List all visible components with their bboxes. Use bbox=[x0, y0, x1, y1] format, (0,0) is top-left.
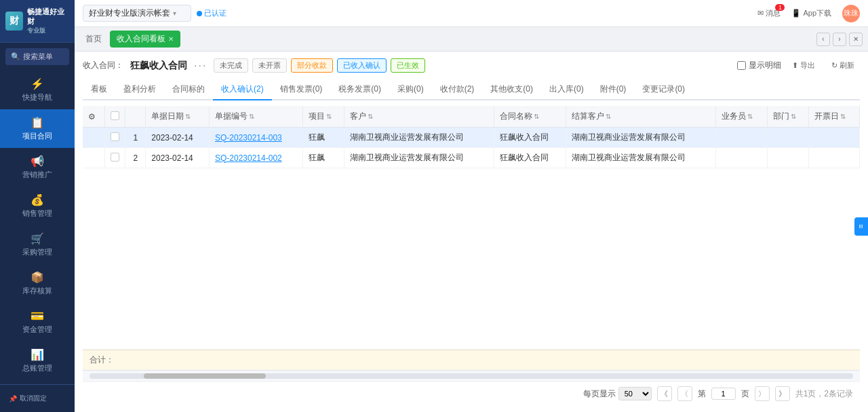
tab-next-button[interactable]: › bbox=[833, 33, 846, 46]
tab-other-income[interactable]: 其他收支(0) bbox=[482, 79, 541, 100]
row-date-1: 2023-02-14 bbox=[146, 128, 210, 148]
column-open-date[interactable]: 开票日⇅ bbox=[808, 106, 859, 128]
tab-close-icon[interactable]: ✕ bbox=[168, 35, 174, 43]
app-name: 畅捷通好业财 bbox=[27, 7, 69, 26]
sidebar-item-purchase[interactable]: 🛒 采购管理 bbox=[0, 225, 75, 264]
tab-attachments[interactable]: 附件(0) bbox=[592, 79, 635, 100]
avatar: 珠珠 bbox=[842, 5, 860, 22]
column-customer[interactable]: 客户⇅ bbox=[344, 106, 494, 128]
column-end-customer[interactable]: 结算客户⇅ bbox=[566, 106, 716, 128]
company-selector[interactable]: 好业财专业版演示帐套 ▾ bbox=[83, 5, 191, 22]
tab-profit[interactable]: 盈利分析 bbox=[115, 79, 164, 100]
column-dept[interactable]: 部门⇅ bbox=[767, 106, 808, 128]
more-actions-button[interactable]: ··· bbox=[194, 60, 207, 72]
contract-title: 狂飙收入合同 bbox=[130, 60, 187, 72]
tab-navigation: ‹ › ✕ bbox=[816, 33, 863, 46]
clipboard-icon: 📋 bbox=[31, 116, 44, 129]
scroll-thumb[interactable] bbox=[144, 373, 266, 379]
tab-payment[interactable]: 收付款(2) bbox=[432, 79, 483, 100]
row-end-customer-1: 湖南卫视商业运营发展有限公司 bbox=[566, 128, 716, 148]
show-detail-checkbox[interactable]: 显示明细 bbox=[737, 60, 781, 71]
column-settings[interactable]: ⚙ bbox=[83, 106, 105, 128]
tab-prev-button[interactable]: ‹ bbox=[816, 33, 830, 46]
sort-date-icon: ⇅ bbox=[185, 113, 191, 120]
status-not-complete[interactable]: 未完成 bbox=[214, 58, 248, 73]
download-icon: 📱 bbox=[791, 9, 801, 18]
column-project[interactable]: 项目⇅ bbox=[303, 106, 344, 128]
sidebar-nav: ⚡ 快捷导航 📋 项目合同 📢 营销推广 💰 销售管理 🛒 采购管理 📦 库存核… bbox=[0, 71, 75, 384]
main-area: 好业财专业版演示帐套 ▾ 已认证 ✉ 消息 1 📱 App下载 珠珠 bbox=[75, 0, 868, 412]
page-input[interactable] bbox=[711, 388, 736, 400]
tab-purchase[interactable]: 采购(0) bbox=[389, 79, 432, 100]
tab-tax-invoice[interactable]: 税务发票(0) bbox=[330, 79, 389, 100]
megaphone-icon: 📢 bbox=[31, 155, 44, 168]
select-all-checkbox[interactable] bbox=[111, 111, 119, 120]
status-effective[interactable]: 已生效 bbox=[391, 58, 425, 73]
tab-kanban[interactable]: 看板 bbox=[83, 79, 115, 100]
sidebar-item-marketing[interactable]: 📢 营销推广 bbox=[0, 148, 75, 187]
next-page-button[interactable]: 〉 bbox=[755, 386, 770, 401]
tab-label: 收入合同看板 bbox=[117, 33, 165, 45]
page-unit: 页 bbox=[741, 388, 749, 400]
sort-dept-icon: ⇅ bbox=[791, 113, 796, 120]
tab-sales-invoice[interactable]: 销售发票(0) bbox=[272, 79, 331, 100]
status-not-invoiced[interactable]: 未开票 bbox=[252, 58, 287, 73]
sidebar-item-inventory[interactable]: 📦 库存核算 bbox=[0, 264, 75, 303]
topbar: 好业财专业版演示帐套 ▾ 已认证 ✉ 消息 1 📱 App下载 珠珠 bbox=[75, 0, 868, 27]
message-badge: 1 bbox=[775, 4, 785, 11]
sidebar-search-area: 🔍 搜索菜单 bbox=[0, 43, 75, 71]
lightning-icon: ⚡ bbox=[31, 77, 44, 90]
tab-contract-standard[interactable]: 合同标的 bbox=[164, 79, 213, 100]
row-order-no-1[interactable]: SQ-20230214-003 bbox=[209, 128, 302, 148]
row-check-1[interactable] bbox=[105, 128, 125, 148]
sidebar-item-project-contract[interactable]: 📋 项目合同 bbox=[0, 109, 75, 148]
last-page-button[interactable]: 》 bbox=[775, 386, 790, 401]
status-income-confirmed[interactable]: 已收入确认 bbox=[337, 58, 387, 73]
row-date-2: 2023-02-14 bbox=[146, 148, 210, 168]
sidebar-item-quick-nav[interactable]: ⚡ 快捷导航 bbox=[0, 71, 75, 109]
first-page-button[interactable]: 《 bbox=[657, 386, 672, 401]
per-page-label: 每页显示 bbox=[583, 388, 616, 400]
sidebar: 财 畅捷通好业财 专业版 🔍 搜索菜单 ⚡ 快捷导航 📋 项目合同 📢 营销推广… bbox=[0, 0, 75, 412]
row-check-2[interactable] bbox=[105, 148, 125, 168]
status-partial-payment[interactable]: 部分收款 bbox=[291, 58, 333, 73]
sidebar-item-sales[interactable]: 💰 销售管理 bbox=[0, 187, 75, 225]
contract-prefix: 收入合同： bbox=[83, 60, 123, 71]
user-menu[interactable]: 珠珠 bbox=[842, 5, 860, 22]
column-date[interactable]: 单据日期⇅ bbox=[146, 106, 210, 128]
column-staff[interactable]: 业务员⇅ bbox=[716, 106, 767, 128]
message-button[interactable]: ✉ 消息 1 bbox=[757, 8, 781, 18]
sidebar-item-finance[interactable]: 💳 资金管理 bbox=[0, 303, 75, 341]
tab-income-contract[interactable]: 收入合同看板 ✕ bbox=[110, 31, 180, 48]
side-action-button[interactable]: ≡ bbox=[854, 217, 868, 236]
per-page-select[interactable]: 50 100 200 bbox=[618, 387, 652, 400]
row-contract-name-1: 狂飙收入合同 bbox=[494, 128, 566, 148]
content-area: 收入合同： 狂飙收入合同 ··· 未完成 未开票 部分收款 已收入确认 已生效 … bbox=[75, 52, 868, 412]
tab-income-confirm[interactable]: 收入确认(2) bbox=[213, 79, 272, 100]
sidebar-item-general-ledger[interactable]: 📊 总账管理 bbox=[0, 341, 75, 380]
column-contract-name[interactable]: 合同名称⇅ bbox=[494, 106, 566, 128]
refresh-button[interactable]: ↻ 刷新 bbox=[826, 58, 860, 73]
table-row[interactable]: 2 2023-02-14 SQ-20230214-002 狂飙 湖南卫视商业运营… bbox=[83, 148, 860, 168]
detail-checkbox-input[interactable] bbox=[737, 61, 746, 70]
row-order-no-2[interactable]: SQ-20230214-002 bbox=[209, 148, 302, 168]
tab-close-button[interactable]: ✕ bbox=[849, 33, 863, 46]
tabbar: 首页 收入合同看板 ✕ ‹ › ✕ bbox=[75, 27, 868, 52]
column-order-no[interactable]: 单据编号⇅ bbox=[209, 106, 302, 128]
row-project-1: 狂飙 bbox=[303, 128, 344, 148]
sort-project-icon: ⇅ bbox=[326, 113, 332, 120]
table-row[interactable]: 1 2023-02-14 SQ-20230214-003 狂飙 湖南卫视商业运营… bbox=[83, 128, 860, 148]
cart-icon: 🛒 bbox=[31, 232, 44, 245]
row-dept-1 bbox=[767, 128, 808, 148]
prev-page-button[interactable]: 〈 bbox=[677, 386, 692, 401]
unpin-button[interactable]: 📌 取消固定 bbox=[5, 390, 69, 407]
app-download-button[interactable]: 📱 App下载 bbox=[791, 8, 831, 18]
search-menu-button[interactable]: 🔍 搜索菜单 bbox=[5, 48, 69, 65]
tab-change-log[interactable]: 变更记录(0) bbox=[634, 79, 693, 100]
tab-in-out-stock[interactable]: 出入库(0) bbox=[541, 79, 592, 100]
row-project-2: 狂飙 bbox=[303, 148, 344, 168]
export-button[interactable]: ⬆ 导出 bbox=[787, 58, 821, 73]
tab-home[interactable]: 首页 bbox=[80, 33, 107, 45]
app-sub: 专业版 bbox=[27, 26, 69, 35]
summary-row: 合计： bbox=[83, 350, 860, 370]
